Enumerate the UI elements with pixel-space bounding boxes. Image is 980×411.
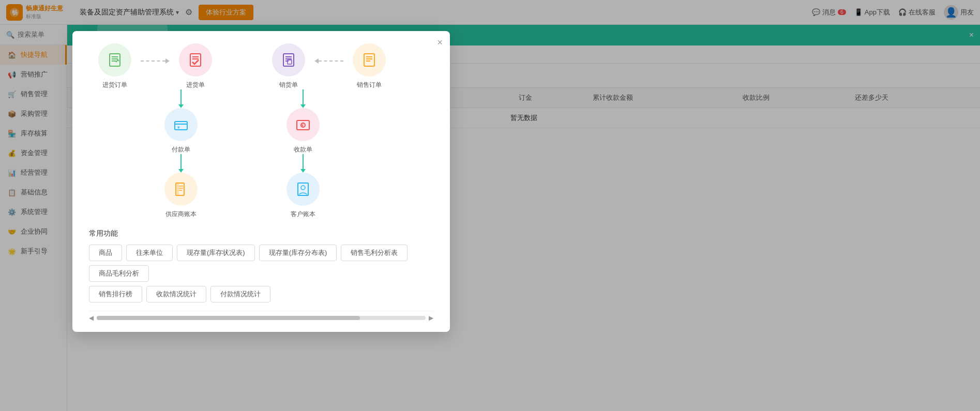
func-btn-goods-gross[interactable]: 商品毛利分析 — [89, 265, 149, 282]
svg-rect-6 — [190, 54, 201, 66]
svg-rect-13 — [177, 183, 179, 195]
flow-node-sales-receipt[interactable]: 销货单 — [263, 43, 314, 89]
modal-overlay: × — [67, 25, 980, 411]
svg-point-30 — [301, 186, 305, 190]
flow-right-col: 销货单 — [263, 43, 395, 219]
func-btn-sales-rank[interactable]: 销售排行榜 — [89, 286, 142, 302]
func-btn-stock-dist[interactable]: 现存量(库存分布表) — [259, 245, 337, 261]
func-btn-goods[interactable]: 商品 — [89, 245, 122, 261]
main-area: 🔍 搜索菜单 🏠 快捷导航 📢 营销推广 🛒 销售管理 📦 采购管理 🏪 — [0, 25, 980, 411]
payment-circle: ¥ — [164, 108, 198, 141]
modal-box: × — [72, 31, 450, 332]
flow-node-supplier-ledger[interactable]: 供应商账本 — [155, 173, 207, 219]
scroll-thumb — [97, 316, 360, 320]
func-btn-stock-status[interactable]: 现存量(库存状况表) — [177, 245, 255, 261]
svg-text:¥: ¥ — [177, 125, 180, 130]
content-area: 首页 销售订单执行表 × × ❓ 帮助 — [67, 25, 980, 411]
func-btn-row-1: 商品 往来单位 现存量(库存状况表) 现存量(库存分布表) 销售毛利分析表 商品… — [89, 245, 433, 282]
scroll-right-btn[interactable]: ▶ — [429, 314, 433, 322]
common-func-area: 常用功能 商品 往来单位 现存量(库存状况表) 现存量(库存分布表) 销售毛利分… — [89, 229, 433, 302]
svg-rect-22 — [364, 54, 374, 66]
modal-close-btn[interactable]: × — [437, 37, 443, 48]
sales-order-circle — [353, 43, 386, 77]
flow-node-receipt[interactable]: ¥ 收款单 — [277, 108, 329, 154]
flow-node-payment[interactable]: ¥ 付款单 — [155, 108, 207, 154]
customer-ledger-circle — [287, 173, 320, 206]
scroll-left-btn[interactable]: ◀ — [89, 314, 94, 322]
app-wrapper: 畅 畅康通好生意 标准版 装备及固定资产辅助管理系统 ▾ ⚙ 体验行业方案 💬 … — [0, 0, 980, 411]
flow-row1: 进货订单 — [89, 43, 221, 89]
func-btn-sales-gross[interactable]: 销售毛利分析表 — [341, 245, 408, 261]
svg-rect-9 — [175, 121, 187, 130]
common-func-title: 常用功能 — [89, 229, 433, 238]
flow-arrow-0-1 — [141, 58, 170, 75]
flow-arrow-down-sales-receipt — [300, 89, 306, 108]
scroll-track[interactable] — [97, 316, 426, 320]
flow-arrow-3-2 — [314, 58, 343, 75]
receipt-circle: ¥ — [287, 108, 320, 141]
modal-scrollbar: ◀ ▶ — [89, 311, 433, 322]
flow-arrow-down-receipt — [300, 154, 306, 173]
func-btn-contacts[interactable]: 往来单位 — [126, 245, 173, 261]
func-btn-payment-stats[interactable]: 付款情况统计 — [210, 286, 270, 302]
sales-receipt-circle — [272, 43, 305, 77]
supplier-ledger-circle — [164, 173, 198, 206]
purchase-order-circle — [98, 43, 131, 77]
svg-rect-29 — [298, 183, 308, 195]
flow-arrow-down-payment — [178, 154, 184, 173]
flow-arrow-down-1 — [178, 89, 184, 108]
flow-row1-right: 销货单 — [263, 43, 395, 89]
flow-node-customer-ledger[interactable]: 客户账本 — [277, 173, 329, 219]
flow-node-purchase-order[interactable]: 进货订单 — [89, 43, 141, 89]
flow-diagram: 进货订单 — [89, 43, 433, 219]
func-btn-row-2: 销售排行榜 收款情况统计 付款情况统计 — [89, 286, 433, 302]
purchase-receipt-circle — [179, 43, 212, 77]
func-btn-receipt-stats[interactable]: 收款情况统计 — [146, 286, 206, 302]
flow-left-col: 进货订单 — [89, 43, 221, 219]
flow-node-purchase-receipt[interactable]: 进货单 — [170, 43, 221, 89]
flow-node-sales-order[interactable]: 销售订单 — [343, 43, 395, 89]
svg-text:¥: ¥ — [301, 124, 304, 127]
